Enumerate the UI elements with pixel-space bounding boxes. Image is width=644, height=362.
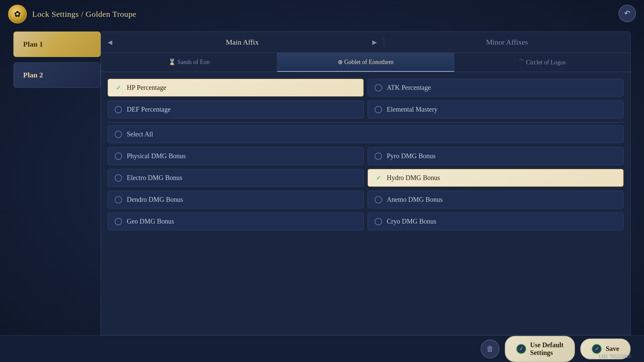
- option-geo-dmg[interactable]: Geo DMG Bonus: [108, 213, 364, 230]
- tab-minor-affixes[interactable]: Minor Affixes: [384, 32, 631, 53]
- plan2-label: Plan 2: [23, 71, 43, 79]
- option-anemo-dmg[interactable]: Anemo DMG Bonus: [368, 191, 624, 208]
- plan2-card[interactable]: Plan 2: [13, 62, 101, 88]
- delete-button[interactable]: 🗑: [481, 340, 499, 358]
- option-cryo-dmg[interactable]: Cryo DMG Bonus: [368, 213, 624, 230]
- save-icon: ✓: [592, 344, 602, 354]
- radio-electro-dmg: [115, 174, 122, 182]
- main-content: Plan 1 Plan 2 ◀ Main Affix ▶ Minor Affix…: [0, 28, 644, 335]
- main-tab-bar: ◀ Main Affix ▶ Minor Affixes: [101, 32, 631, 53]
- options-row-1: ✓ HP Percentage ATK Percentage: [108, 79, 624, 97]
- tab-main-affix[interactable]: Main Affix: [119, 32, 366, 53]
- options-row-4: Electro DMG Bonus ✓ Hydro DMG Bonus: [108, 169, 624, 187]
- tab-right-arrow[interactable]: ▶: [366, 33, 384, 52]
- radio-def-pct: [115, 106, 122, 113]
- option-pyro-dmg[interactable]: Pyro DMG Bonus: [368, 147, 624, 165]
- option-hp-percentage[interactable]: ✓ HP Percentage: [108, 79, 364, 97]
- uid-label: UID: 705225813: [599, 354, 631, 359]
- radio-dendro-dmg: [115, 196, 122, 203]
- sidebar: Plan 1 Plan 2: [13, 28, 101, 335]
- back-button[interactable]: ↶: [619, 5, 636, 22]
- option-select-all[interactable]: Select All: [108, 125, 624, 143]
- option-hydro-dmg[interactable]: ✓ Hydro DMG Bonus: [368, 169, 624, 187]
- option-dendro-dmg[interactable]: Dendro DMG Bonus: [108, 191, 364, 208]
- option-elemental-mastery[interactable]: Elemental Mastery: [368, 101, 624, 118]
- right-panel: ◀ Main Affix ▶ Minor Affixes ⌛ Sands of …: [101, 28, 631, 335]
- use-default-label: Use DefaultSettings: [530, 341, 564, 357]
- header: ✿ Lock Settings / Golden Troupe ↶: [0, 0, 644, 28]
- options-row-6: Geo DMG Bonus Cryo DMG Bonus: [108, 213, 624, 230]
- option-def-percentage[interactable]: DEF Percentage: [108, 101, 364, 118]
- sub-tab-circlet[interactable]: ⌒ Circlet of Logos: [454, 53, 630, 72]
- save-label: Save: [606, 345, 619, 353]
- radio-atk-pct: [375, 84, 382, 92]
- sub-tab-bar: ⌛ Sands of Eon ⊕ Goblet of Eonothem ⌒ Ci…: [101, 53, 631, 72]
- option-atk-percentage[interactable]: ATK Percentage: [368, 79, 624, 97]
- logo-icon: ✿: [8, 5, 27, 23]
- bottom-bar: 🗑 ✓ Use DefaultSettings ✓ Save UID: 7052…: [0, 335, 644, 362]
- radio-cryo-dmg: [375, 218, 382, 225]
- options-row-3: Physical DMG Bonus Pyro DMG Bonus: [108, 147, 624, 165]
- options-panel: ✓ HP Percentage ATK Percentage DEF Perce…: [101, 72, 631, 335]
- sub-tab-goblet[interactable]: ⊕ Goblet of Eonothem: [277, 53, 454, 72]
- separator-1: [108, 122, 624, 123]
- radio-hydro-dmg: ✓: [375, 174, 382, 182]
- use-default-icon: ✓: [516, 344, 526, 354]
- radio-select-all: [115, 131, 122, 138]
- options-row-2: DEF Percentage Elemental Mastery: [108, 101, 624, 118]
- radio-geo-dmg: [115, 218, 122, 225]
- header-title: Lock Settings / Golden Troupe: [32, 10, 137, 19]
- options-row-5: Dendro DMG Bonus Anemo DMG Bonus: [108, 191, 624, 208]
- plan1-card[interactable]: Plan 1: [13, 32, 101, 57]
- radio-pyro-dmg: [375, 153, 382, 160]
- radio-anemo-dmg: [375, 196, 382, 203]
- radio-phys-dmg: [115, 153, 122, 160]
- options-row-select-all: Select All: [108, 125, 624, 143]
- tab-left-arrow[interactable]: ◀: [101, 33, 119, 52]
- radio-elem-mastery: [375, 106, 382, 113]
- option-physical-dmg[interactable]: Physical DMG Bonus: [108, 147, 364, 165]
- option-electro-dmg[interactable]: Electro DMG Bonus: [108, 169, 364, 187]
- delete-icon: 🗑: [486, 345, 494, 353]
- radio-hp-pct: ✓: [115, 84, 122, 92]
- use-default-button[interactable]: ✓ Use DefaultSettings: [505, 336, 575, 362]
- plan1-label: Plan 1: [23, 40, 43, 48]
- sub-tab-sands[interactable]: ⌛ Sands of Eon: [101, 53, 277, 72]
